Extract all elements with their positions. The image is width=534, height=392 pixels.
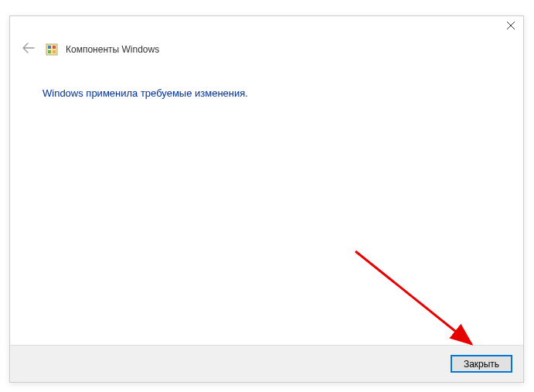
content-area: Windows применила требуемые изменения.	[10, 64, 523, 345]
svg-rect-5	[48, 50, 51, 53]
dialog-footer: Закрыть	[10, 345, 523, 382]
header-row: Компоненты Windows	[10, 41, 523, 64]
svg-rect-4	[53, 46, 56, 49]
status-message: Windows применила требуемые изменения.	[43, 87, 523, 99]
close-icon[interactable]	[506, 21, 515, 30]
titlebar	[10, 16, 523, 41]
windows-features-dialog: Компоненты Windows Windows применила тре…	[9, 15, 524, 383]
back-arrow-icon	[19, 41, 38, 58]
close-button[interactable]: Закрыть	[451, 355, 512, 373]
dialog-title: Компоненты Windows	[66, 44, 159, 55]
svg-rect-6	[53, 50, 56, 53]
windows-features-icon	[46, 43, 58, 56]
svg-rect-3	[48, 46, 51, 49]
